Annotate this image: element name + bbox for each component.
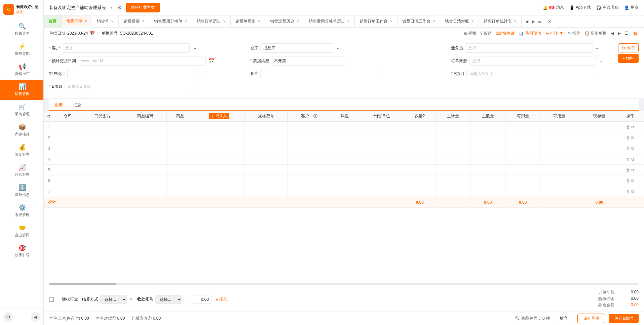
add-payment-button[interactable]: ● 添加 <box>216 296 227 302</box>
tab-close-icon[interactable]: ✕ <box>296 19 299 23</box>
cell-product[interactable] <box>167 122 194 132</box>
calendar-icon[interactable]: 📅 <box>90 31 95 36</box>
cell-spec[interactable] <box>244 175 287 186</box>
sidebar-item-base[interactable]: ℹ️ 基础信息 <box>0 180 43 201</box>
column-settings-icon[interactable]: ⚙ <box>47 114 51 119</box>
cell-warehouse[interactable] <box>54 132 81 143</box>
copy-icon[interactable]: ⧉ <box>631 189 634 194</box>
copy-icon[interactable]: ⧉ <box>631 125 634 129</box>
settings-button[interactable]: ⚙ 设置 <box>618 43 639 52</box>
cell-sales-unit[interactable] <box>358 165 404 175</box>
copy-icon[interactable]: ⧉ <box>631 178 634 183</box>
topbar-gear-icon[interactable]: ⚙ <box>117 4 122 11</box>
tab-sales-order-history[interactable]: 销售订单历史 ✕ <box>192 15 231 28</box>
tab-sales-stats[interactable]: 销售订单统计表 ✕ <box>479 15 522 28</box>
tab-summary[interactable]: 汇总 <box>68 100 87 110</box>
cell-product[interactable] <box>167 132 194 143</box>
close-all-tabs-icon[interactable]: ✕ <box>545 19 555 24</box>
tab-close-icon[interactable]: ✕ <box>432 19 435 23</box>
sidebar-item-sales[interactable]: 📊 销售管理 <box>0 80 43 100</box>
cell-code[interactable] <box>124 143 166 154</box>
cell-warehouse[interactable] <box>54 122 81 132</box>
tab-sales-return[interactable]: 销货退货 ✕ <box>119 15 149 28</box>
cell-product[interactable] <box>167 143 194 154</box>
tab-home[interactable]: 首页 <box>44 15 62 28</box>
sidebar-item-quicknav[interactable]: ⚡ 快捷导航 <box>0 39 43 59</box>
cell-sales-unit[interactable] <box>358 175 404 186</box>
tab-detail[interactable]: 明细 <box>49 100 68 111</box>
cell-main-qty[interactable] <box>470 186 505 197</box>
cell-warehouse[interactable] <box>54 165 81 175</box>
tab-sales-goods[interactable]: 销货单 ✕ <box>92 15 119 28</box>
remark-input[interactable] <box>260 69 378 78</box>
cell-main-qty[interactable] <box>470 154 505 165</box>
delete-icon[interactable]: 🗑 <box>626 125 630 129</box>
sidebar-item-guide[interactable]: 🎯 新手引导 <box>0 241 43 261</box>
account-select[interactable]: 选择... <box>155 295 182 304</box>
notifications-item[interactable]: 🔔 9 消息 <box>543 5 564 10</box>
cell-spec[interactable] <box>244 143 287 154</box>
delete-icon[interactable]: 🗑 <box>626 178 630 183</box>
account-ellipsis-icon[interactable]: ··· <box>184 297 188 302</box>
cell-product[interactable] <box>167 154 194 165</box>
cell-code[interactable] <box>124 122 166 132</box>
staff-ellipsis-icon[interactable]: ··· <box>596 45 600 51</box>
address-ellipsis-icon[interactable]: ··· <box>198 71 202 76</box>
tab-sales-expense[interactable]: 销售费用分摊单 ✕ <box>149 15 192 28</box>
industry-solution-button[interactable]: 体验行业方案 <box>126 3 160 12</box>
cell-spec[interactable] <box>244 186 287 197</box>
profit-action[interactable]: 📊 毛利预估 <box>519 31 541 36</box>
user-item[interactable]: 👤 用友 <box>624 5 639 10</box>
tab-cash-workbench[interactable]: 钱货日清工作台 ✕ <box>397 15 440 28</box>
cell-attribute[interactable] <box>331 175 358 186</box>
b-project-input[interactable] <box>65 82 192 91</box>
scrollbar-thumb[interactable] <box>49 283 116 285</box>
online-service-item[interactable]: 🎧 在线客服 <box>596 5 619 10</box>
cell-customer-code[interactable] <box>287 186 331 197</box>
cell-attribute[interactable] <box>331 154 358 165</box>
history-action[interactable]: 📋 历史单据 <box>584 31 607 36</box>
cell-attribute[interactable] <box>331 132 358 143</box>
tab-more-icon[interactable]: ☰ <box>537 18 543 25</box>
cell-main-qty[interactable] <box>470 143 505 154</box>
cell-customer-code[interactable] <box>287 132 331 143</box>
cell-warehouse[interactable] <box>54 175 81 186</box>
cell-sales-unit[interactable] <box>358 154 404 165</box>
cell-product[interactable] <box>167 165 194 175</box>
cell-attribute[interactable] <box>331 186 358 197</box>
video-action[interactable]: ◉ 视频 <box>464 31 476 36</box>
cell-sales-unit[interactable] <box>358 143 404 154</box>
cell-attribute[interactable] <box>331 143 358 154</box>
add-material-button[interactable]: ＋物料 <box>618 54 639 63</box>
tab-close-icon[interactable]: ✕ <box>390 19 392 23</box>
copy-icon[interactable]: ⧉ <box>631 157 634 162</box>
amount-input[interactable] <box>192 295 212 304</box>
tab-close-icon[interactable]: ✕ <box>111 19 114 23</box>
calendar-icon[interactable]: 📅 <box>209 58 214 64</box>
warehouse-ellipsis-icon[interactable]: ··· <box>337 45 341 51</box>
tab-sales-workbench[interactable]: 销售订单工作台 ✕ <box>355 15 397 28</box>
cell-qty2[interactable] <box>404 143 435 154</box>
address-input[interactable] <box>67 69 195 78</box>
sidebar-item-collab[interactable]: 🤝 企业协同 <box>0 221 43 241</box>
delete-icon[interactable]: 🗑 <box>626 189 630 194</box>
cell-qty2[interactable] <box>404 154 435 165</box>
cell-customer-code[interactable] <box>287 154 331 165</box>
list-view-icon[interactable]: ☰ <box>625 31 629 36</box>
sidebar-item-inventory[interactable]: 📦 库存核算 <box>0 120 43 140</box>
copy-icon[interactable]: ⧉ <box>631 146 634 151</box>
staff-input[interactable] <box>465 43 593 53</box>
tab-cash-reconcile[interactable]: 钱货日清对账 ✕ <box>440 15 479 28</box>
cell-main-qty[interactable] <box>470 175 505 186</box>
cell-main-qty[interactable] <box>470 122 505 132</box>
customer-ellipsis-icon[interactable]: ··· <box>192 45 196 51</box>
cell-main-qty[interactable] <box>470 165 505 175</box>
cell-sales-unit[interactable] <box>358 132 404 143</box>
cell-code[interactable] <box>124 165 166 175</box>
cell-spec[interactable] <box>244 165 287 175</box>
cell-qty2[interactable] <box>404 186 435 197</box>
cell-code[interactable] <box>124 154 166 165</box>
sidebar-item-search[interactable]: 🔍 搜索菜单 <box>0 19 43 39</box>
tab-return-history[interactable]: 销货退货历史 ✕ <box>265 15 304 28</box>
cell-qty2[interactable] <box>404 132 435 143</box>
